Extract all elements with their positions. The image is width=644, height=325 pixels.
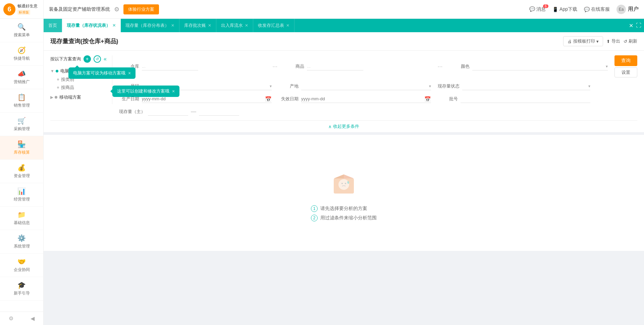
settings-footer-btn[interactable]: ⚙ [9, 315, 13, 322]
tab-batch-account[interactable]: 库存批次账 ✕ [179, 19, 216, 32]
batch-label: 批号 [438, 96, 458, 102]
tab-close-inventory-status[interactable]: ✕ [112, 23, 116, 28]
sidebar-item-search[interactable]: 🔍 搜索菜单 [0, 19, 43, 42]
tooltip1-close[interactable]: × [128, 70, 131, 76]
goods-select-wrapper [307, 62, 437, 70]
header-gear-icon[interactable]: ⚙ [114, 6, 119, 13]
logo-text: 畅通好生意 标准版 [17, 4, 38, 15]
sys-name: 装备及固定资产辅助管理系统 [49, 6, 110, 12]
goods-input[interactable] [307, 62, 363, 70]
filter-label: 按以下方案查询 [50, 56, 81, 62]
filter-circle-btn[interactable]: ↺ [94, 55, 101, 63]
warehouse-input[interactable] [142, 62, 198, 70]
export-btn[interactable]: ⬆ 导出 [606, 38, 620, 44]
filter-color: 颜色 ▾ [449, 62, 608, 70]
empty-step-1: 1 请先选择要分析的方案 [311, 205, 377, 212]
filter-header: 按以下方案查询 + ↺ « [50, 55, 107, 63]
query-btn[interactable]: 查询 [614, 55, 637, 66]
refresh-icon: ↺ [624, 39, 627, 44]
warehouse-select-wrapper [142, 62, 272, 70]
template-print-btn[interactable]: 🖨 按模板打印 ▾ [563, 36, 603, 46]
tabs-expand-btn[interactable]: ⛶ [636, 22, 641, 29]
tab-inout-flow[interactable]: 出入库流水 ✕ [216, 19, 253, 32]
empty-steps: 1 请先选择要分析的方案 2 用过滤条件来缩小分析范围 [311, 205, 377, 224]
filter-origin: 产地 ▾ [278, 82, 431, 90]
tab-recv-summary[interactable]: 收发存汇总表 ✕ [253, 19, 294, 32]
sidebar-item-purchase[interactable]: 🛒 采购管理 [0, 113, 43, 136]
stock-main-label: 现存量（主） [119, 109, 145, 115]
sidebar-nav: 🔍 搜索菜单 🧭 快捷导航 📣 营销推广 📋 销售管理 🛒 采购管理 🏪 库存核… [0, 19, 43, 312]
purchase-icon: 🛒 [17, 117, 26, 125]
scheme-mobile[interactable]: ▶ 移动端方案 [50, 93, 107, 102]
header: 装备及固定资产辅助管理系统 ⚙ 体验行业方案 💬 消息 6 📱 App下载 💬 … [44, 0, 644, 19]
tooltip2-close[interactable]: × [172, 89, 175, 94]
collapse-sidebar-btn[interactable]: ◀ [31, 315, 35, 322]
goods-label: 商品 [284, 63, 304, 69]
sidebar-item-finance[interactable]: 💰 资金管理 [0, 160, 43, 183]
sidebar-item-marketing[interactable]: 📣 营销推广 [0, 66, 43, 89]
origin-label: 产地 [278, 83, 299, 89]
stock-status-select[interactable] [462, 82, 590, 90]
stock-main-to[interactable] [199, 108, 239, 116]
user-label: 用户 [628, 6, 639, 13]
tab-close-batch[interactable]: ✕ [208, 23, 211, 28]
notice-btn[interactable]: 💬 消息 6 [529, 6, 546, 12]
color-select-wrapper: ▾ [472, 62, 608, 70]
exp-date-input[interactable] [301, 95, 431, 103]
origin-select[interactable] [301, 82, 431, 90]
refresh-btn[interactable]: ↺ 刷新 [624, 38, 637, 44]
scheme-sub-goods[interactable]: 按商品 [57, 84, 107, 92]
color-select[interactable] [472, 62, 608, 70]
header-right: 💬 消息 6 📱 App下载 💬 在线客服 Ea 用户 [529, 5, 639, 14]
circle-icon: ↺ [96, 57, 99, 61]
sidebar-item-operation[interactable]: 📊 经营管理 [0, 183, 43, 207]
tab-inventory-status[interactable]: 现存量（库存状况表） ✕ [62, 19, 121, 32]
tab-close-inventory-dist[interactable]: ✕ [171, 23, 174, 28]
guide-icon: 🎓 [17, 281, 26, 289]
tabs-close-all-btn[interactable]: ✕ [629, 22, 633, 29]
empty-state: 1 请先选择要分析的方案 2 用过滤条件来缩小分析范围 [44, 135, 644, 251]
sales-icon: 📋 [17, 93, 26, 101]
app-download-btn[interactable]: 📱 App下载 [552, 6, 577, 12]
prod-date-cal-icon[interactable]: 📅 [265, 96, 272, 102]
sidebar-item-basic[interactable]: 📁 基础信息 [0, 207, 43, 230]
filter-add-btn[interactable]: + [84, 55, 91, 63]
tooltip-scheme-set: 电脑方案可设为移动方案哦 × [68, 67, 136, 79]
filter-batch: 批号 [438, 95, 590, 103]
sidebar-item-inventory[interactable]: 🏪 库存核算 [0, 136, 43, 160]
logo-icon: 6 [3, 3, 15, 15]
chevron-down-icon: ▾ [596, 39, 599, 44]
warehouse-dots[interactable]: ··· [272, 63, 277, 70]
sidebar-footer: ⚙ ◀ [0, 312, 43, 325]
stock-main-from[interactable] [148, 108, 188, 116]
filter-exp-date: 失效日期 📅 [278, 95, 431, 103]
set-btn[interactable]: 设置 [614, 67, 637, 77]
inventory-icon: 🏪 [17, 140, 26, 148]
sidebar-item-enterprise[interactable]: 🤝 企业协同 [0, 254, 43, 277]
industry-btn[interactable]: 体验行业方案 [123, 4, 159, 14]
sidebar-logo: 6 畅通好生意 标准版 [0, 0, 43, 19]
exp-date-label: 失效日期 [278, 96, 299, 102]
tab-close-recv[interactable]: ✕ [286, 23, 289, 28]
empty-illustration [325, 162, 362, 200]
online-service-btn[interactable]: 💬 在线客服 [584, 6, 610, 12]
tab-inventory-dist[interactable]: 现存量（库存分布表） ✕ [121, 19, 179, 32]
sidebar-item-guide[interactable]: 🎓 新手引导 [0, 277, 43, 301]
tabs-actions: ✕ ⛶ [629, 19, 644, 32]
sidebar-item-quick[interactable]: 🧭 快捷导航 [0, 42, 43, 66]
tab-home[interactable]: 首页 [44, 19, 62, 32]
exp-date-input-wrapper: 📅 [301, 95, 431, 103]
goods-dots[interactable]: ··· [438, 63, 443, 70]
exp-date-cal-icon[interactable]: 📅 [424, 96, 431, 102]
phone-icon: 📱 [552, 7, 558, 12]
sidebar-item-sales[interactable]: 📋 销售管理 [0, 89, 43, 113]
collapse-bar[interactable]: ∧ 收起更多条件 [50, 120, 637, 132]
scheme-mobile-dot [55, 96, 57, 99]
batch-input[interactable] [461, 95, 590, 103]
filter-arrow-btn[interactable]: « [104, 56, 107, 62]
system-icon: ⚙️ [17, 234, 26, 242]
user-menu[interactable]: Ea 用户 [616, 5, 639, 14]
scheme-desktop-arrow: ▼ [50, 69, 54, 73]
sidebar-item-system[interactable]: ⚙️ 系统管理 [0, 230, 43, 254]
tab-close-inout[interactable]: ✕ [245, 23, 248, 28]
